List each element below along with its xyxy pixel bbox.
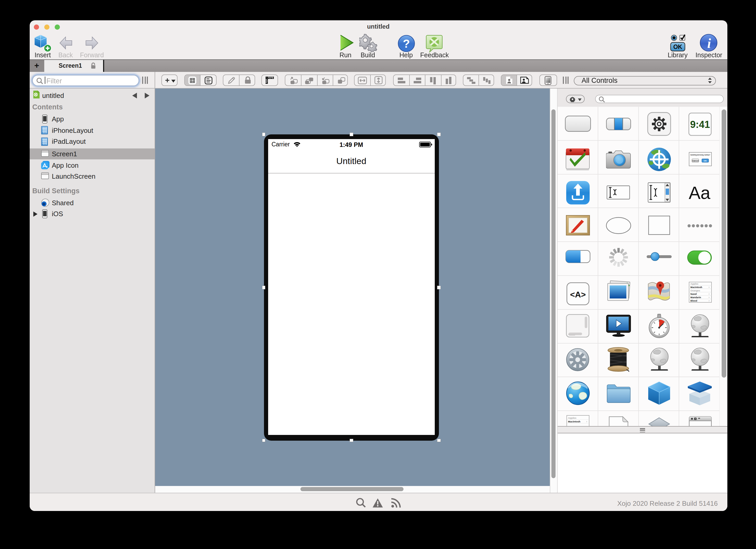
svg-text:?: ? [403,37,410,50]
svg-text:Apples: Apples [568,417,576,419]
svg-text:Apples: Apples [690,283,698,285]
svg-text:<A>: <A> [570,290,585,299]
svg-text:Macintosh: Macintosh [568,420,580,423]
svg-text:i: i [707,36,711,51]
svg-text:Blood: Blood [690,300,697,302]
svg-text:Navel: Navel [690,293,697,295]
svg-text:Mandarin: Mandarin [690,296,701,299]
svg-text:OK: OK [673,43,682,50]
svg-text:Oranges: Oranges [690,290,700,292]
svg-text:Something went wrong. Continue: Something went wrong. Continue? [690,154,710,156]
svg-text:OK: OK [703,160,707,162]
svg-text:›: › [708,296,709,299]
svg-text:›: › [586,420,587,423]
svg-text:9:41: 9:41 [690,119,710,130]
svg-text:›: › [708,286,709,289]
svg-text:Cancel: Cancel [692,160,698,162]
svg-text:›: › [708,299,709,302]
svg-text:›: › [708,293,709,295]
svg-text:Macintosh: Macintosh [690,286,702,289]
